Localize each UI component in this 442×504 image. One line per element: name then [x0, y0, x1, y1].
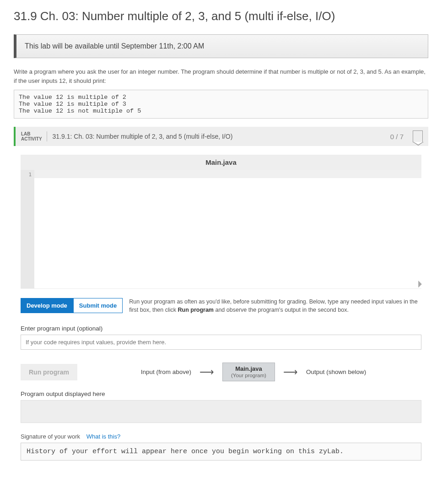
arrow-icon: ⟶ [199, 366, 214, 378]
program-output-box [21, 400, 421, 423]
run-flow-row: Run program Input (from above) ⟶ Main.ja… [21, 363, 421, 381]
problem-description: Write a program where you ask the user f… [14, 67, 428, 85]
score-display: 0 / 7 [390, 133, 404, 141]
flow-input-label: Input (from above) [141, 369, 191, 375]
signature-label: Signature of your work [21, 433, 80, 440]
flow-program-sub: (Your program) [231, 373, 266, 379]
program-input-field[interactable] [21, 335, 421, 350]
mode-desc-bold: Run program [178, 307, 214, 313]
availability-notice: This lab will be available until Septemb… [14, 34, 428, 58]
lab-activity-label: LAB ACTIVITY [21, 131, 47, 141]
activity-title: 31.9.1: Ch. 03: Number multiple of 2, 3,… [53, 133, 385, 140]
code-line-1[interactable] [34, 170, 421, 178]
line-gutter: 1 [21, 170, 34, 288]
flow-program-main: Main.java [231, 365, 266, 373]
lab-label-bottom: ACTIVITY [21, 136, 42, 141]
signature-row: Signature of your work What is this? [21, 433, 421, 440]
mode-toggle: Develop mode Submit mode [21, 298, 123, 313]
signature-history-box: History of your effort will appear here … [21, 443, 421, 461]
mode-row: Develop mode Submit mode Run your progra… [21, 298, 421, 314]
editor-panel: Main.java 1 ◢ Develop mode Submit mode R… [14, 146, 428, 469]
output-label: Program output displayed here [21, 390, 421, 397]
mode-desc-post: and observe the program's output in the … [214, 307, 349, 313]
page-title: 31.9 Ch. 03: Number multiple of 2, 3, an… [14, 9, 428, 23]
code-editor[interactable]: 1 ◢ [21, 170, 421, 289]
flow-output-label: Output (shown below) [306, 369, 366, 375]
example-output-code: The value 12 is multiple of 2 The value … [14, 90, 428, 119]
bookmark-icon [413, 130, 423, 142]
run-program-button[interactable]: Run program [21, 364, 77, 380]
arrow-icon: ⟶ [283, 366, 298, 378]
mode-description: Run your program as often as you'd like,… [129, 298, 421, 314]
flow-program-box: Main.java (Your program) [222, 363, 275, 381]
submit-mode-button[interactable]: Submit mode [73, 298, 123, 313]
activity-header: LAB ACTIVITY 31.9.1: Ch. 03: Number mult… [14, 127, 428, 146]
develop-mode-button[interactable]: Develop mode [21, 298, 73, 313]
filename-bar: Main.java [21, 155, 421, 170]
what-is-this-link[interactable]: What is this? [86, 433, 120, 440]
input-label: Enter program input (optional) [21, 325, 421, 332]
lab-label-top: LAB [21, 131, 42, 136]
code-area[interactable] [34, 178, 421, 288]
